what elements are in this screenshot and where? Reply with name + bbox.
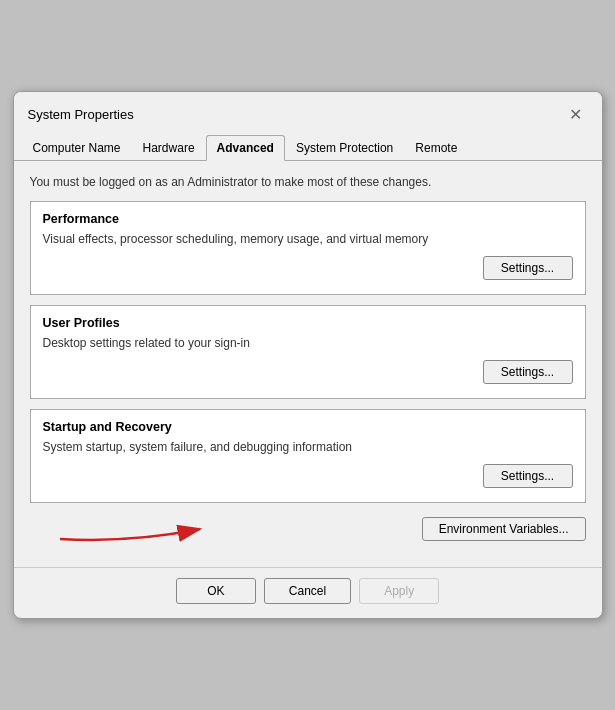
tab-content: You must be logged on as an Administrato…: [14, 161, 602, 563]
performance-settings-row: Settings...: [43, 256, 573, 280]
user-profiles-section: User Profiles Desktop settings related t…: [30, 305, 586, 399]
tab-hardware[interactable]: Hardware: [132, 135, 206, 161]
tab-bar: Computer Name Hardware Advanced System P…: [14, 130, 602, 161]
startup-recovery-settings-row: Settings...: [43, 464, 573, 488]
system-properties-window: System Properties ✕ Computer Name Hardwa…: [13, 91, 603, 619]
cancel-button[interactable]: Cancel: [264, 578, 351, 604]
tab-remote[interactable]: Remote: [404, 135, 468, 161]
window-title: System Properties: [28, 107, 134, 122]
arrow-icon: [50, 511, 250, 547]
close-button[interactable]: ✕: [564, 102, 588, 126]
performance-title: Performance: [43, 212, 573, 226]
tab-system-protection[interactable]: System Protection: [285, 135, 404, 161]
user-profiles-settings-row: Settings...: [43, 360, 573, 384]
admin-notice: You must be logged on as an Administrato…: [30, 175, 586, 189]
arrow-annotation: [50, 511, 250, 547]
performance-section: Performance Visual effects, processor sc…: [30, 201, 586, 295]
tab-advanced[interactable]: Advanced: [206, 135, 285, 161]
startup-recovery-section: Startup and Recovery System startup, sys…: [30, 409, 586, 503]
startup-recovery-desc: System startup, system failure, and debu…: [43, 440, 573, 454]
performance-desc: Visual effects, processor scheduling, me…: [43, 232, 573, 246]
ok-button[interactable]: OK: [176, 578, 256, 604]
user-profiles-title: User Profiles: [43, 316, 573, 330]
startup-recovery-title: Startup and Recovery: [43, 420, 573, 434]
tab-computer-name[interactable]: Computer Name: [22, 135, 132, 161]
title-bar: System Properties ✕: [14, 92, 602, 126]
environment-variables-button[interactable]: Environment Variables...: [422, 517, 586, 541]
performance-settings-button[interactable]: Settings...: [483, 256, 573, 280]
apply-button[interactable]: Apply: [359, 578, 439, 604]
env-variables-row: Environment Variables...: [30, 517, 586, 541]
user-profiles-settings-button[interactable]: Settings...: [483, 360, 573, 384]
user-profiles-desc: Desktop settings related to your sign-in: [43, 336, 573, 350]
footer: OK Cancel Apply: [14, 567, 602, 618]
startup-recovery-settings-button[interactable]: Settings...: [483, 464, 573, 488]
